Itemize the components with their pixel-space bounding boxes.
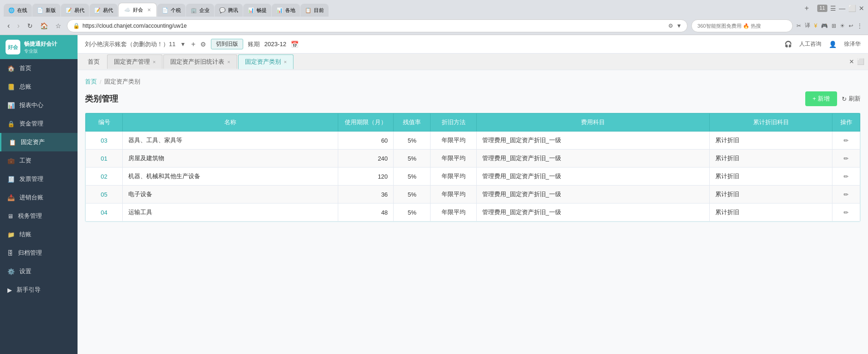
cell-name: 电子设备 xyxy=(123,186,338,204)
breadcrumb-home[interactable]: 首页 xyxy=(85,78,97,86)
cell-expense: 管理费用_固定资产折旧_一级 xyxy=(477,186,710,204)
table-row: 02 机器、机械和其他生产设备 120 5% 年限平均 管理费用_固定资产折旧_… xyxy=(86,168,860,186)
table-row: 03 器具、工具、家具等 60 5% 年限平均 管理费用_固定资产折旧_一级 累… xyxy=(86,132,860,150)
cell-name: 机器、机械和其他生产设备 xyxy=(123,168,338,186)
cell-name: 房屋及建筑物 xyxy=(123,150,338,168)
sidebar-item-label: 发票管理 xyxy=(19,175,43,183)
browser-tab[interactable]: 💬 腾讯 xyxy=(215,4,243,17)
tab-close-icon[interactable]: × xyxy=(284,59,287,65)
tab-depreciation-report[interactable]: 固定资产折旧统计表 × xyxy=(163,54,237,69)
sidebar-item-fixed-assets[interactable]: 📋 固定资产 xyxy=(0,133,78,151)
sidebar-item-home[interactable]: 🏠 首页 xyxy=(0,59,78,78)
tab-window-close-button[interactable]: ✕ xyxy=(849,58,854,65)
cell-depreciation: 累计折旧 xyxy=(710,168,832,186)
sidebar-item-settings[interactable]: ⚙️ 设置 xyxy=(0,262,78,281)
topbar: 刘小艳演示账套（勿删勿动！）11 ▼ + ⚙ 切到旧版 账期 2023-12 📅… xyxy=(78,35,868,54)
cut-icon[interactable]: ✂ xyxy=(796,23,801,29)
home-icon: 🏠 xyxy=(7,65,15,72)
col-header-code: 编号 xyxy=(86,114,123,132)
window-minimize-icon[interactable]: — xyxy=(839,5,845,12)
expand-user-button[interactable]: ▼ xyxy=(180,41,186,48)
refresh-table-button[interactable]: ↻ 刷新 xyxy=(842,95,861,103)
cell-code[interactable]: 03 xyxy=(86,132,123,150)
cell-method: 年限平均 xyxy=(431,186,477,204)
sidebar-item-reports[interactable]: 📊 报表中心 xyxy=(0,96,78,114)
topbar-user: 刘小艳演示账套（勿删勿动！）11 xyxy=(85,40,175,48)
cell-edit[interactable]: ✏ xyxy=(832,132,860,150)
tab-window-maximize-button[interactable]: ⬜ xyxy=(857,58,864,65)
tab-close-icon[interactable]: × xyxy=(227,59,230,65)
col-header-rate: 残值率 xyxy=(394,114,431,132)
window-close-icon[interactable]: ✕ xyxy=(859,5,864,12)
more-icon[interactable]: ⋮ xyxy=(857,23,862,29)
cell-code[interactable]: 05 xyxy=(86,186,123,204)
cell-edit[interactable]: ✏ xyxy=(832,204,860,222)
sidebar-item-archive[interactable]: 🗄 归档管理 xyxy=(0,244,78,262)
browser-chrome: 🌐 在线 📄 新版 📝 易代 📝 易代 ☁️ 好会 ✕ 📄 个税 🏢 企业 xyxy=(0,0,868,17)
settings-account-button[interactable]: ⚙ xyxy=(200,41,206,48)
window-maximize-icon[interactable]: ⬜ xyxy=(848,5,856,12)
browser-tab[interactable]: 🌐 在线 xyxy=(4,4,32,17)
cell-edit[interactable]: ✏ xyxy=(832,168,860,186)
cell-edit[interactable]: ✏ xyxy=(832,186,860,204)
browser-tab[interactable]: 📝 易代 xyxy=(61,4,89,17)
cell-method: 年限平均 xyxy=(431,150,477,168)
undo-icon[interactable]: ↩ xyxy=(849,23,853,29)
sidebar-item-payroll[interactable]: 💼 工资 xyxy=(0,151,78,170)
game-icon[interactable]: 🎮 xyxy=(821,23,828,29)
browser-tab[interactable]: 📝 易代 xyxy=(90,4,118,17)
tab-add-button[interactable]: + xyxy=(801,2,812,14)
tab-close-icon[interactable]: × xyxy=(153,59,156,65)
sidebar-item-close-period[interactable]: 📁 结账 xyxy=(0,225,78,244)
cell-depreciation: 累计折旧 xyxy=(710,186,832,204)
sidebar-item-invoice[interactable]: 🧾 发票管理 xyxy=(0,170,78,188)
grid-icon[interactable]: ⊞ xyxy=(832,23,836,29)
sun-icon[interactable]: ☀ xyxy=(840,23,845,29)
browser-tab[interactable]: 📄 新版 xyxy=(32,4,60,17)
tab-fixed-assets-category[interactable]: 固定资产类别 × xyxy=(238,54,293,69)
browser-tab[interactable]: 📊 畅提 xyxy=(243,4,271,17)
site-settings-icon[interactable]: ⚙ xyxy=(668,23,673,29)
sidebar-item-tax[interactable]: 🖥 税务管理 xyxy=(0,207,78,225)
current-user-label[interactable]: 徐泽华 xyxy=(844,40,861,48)
browser-tab[interactable]: 📋 目前 xyxy=(300,4,329,17)
address-input[interactable] xyxy=(83,23,666,29)
cell-edit[interactable]: ✏ xyxy=(832,150,860,168)
search-input[interactable] xyxy=(691,19,793,32)
expand-icon[interactable]: ▼ xyxy=(676,23,682,29)
cell-code[interactable]: 01 xyxy=(86,150,123,168)
tab-fixed-assets-mgmt[interactable]: 固定资产管理 × xyxy=(107,54,162,69)
browser-tab-active[interactable]: ☁️ 好会 ✕ xyxy=(118,3,157,17)
coupon-icon[interactable]: ¥ xyxy=(814,23,817,29)
forward-button[interactable]: › xyxy=(15,20,21,32)
translate-icon[interactable]: 译 xyxy=(805,22,810,30)
tab-close-icon[interactable]: ✕ xyxy=(147,7,151,12)
invoice-icon: 🧾 xyxy=(7,176,15,183)
sidebar-item-funds[interactable]: 🔒 资金管理 xyxy=(0,114,78,133)
cell-period: 48 xyxy=(338,204,394,222)
calendar-icon[interactable]: 📅 xyxy=(291,41,299,48)
sidebar-item-guide[interactable]: ▶ 新手引导 xyxy=(0,281,78,299)
switch-old-version-button[interactable]: 切到旧版 xyxy=(211,39,243,49)
home-button[interactable]: 🏠 xyxy=(38,20,50,31)
refresh-button[interactable]: ↻ xyxy=(25,20,35,31)
add-account-button[interactable]: + xyxy=(191,40,195,48)
customer-service-label[interactable]: 人工咨询 xyxy=(799,40,821,48)
add-button[interactable]: + 新增 xyxy=(805,91,837,106)
back-button[interactable]: ‹ xyxy=(6,20,12,32)
browser-tab[interactable]: 🏢 企业 xyxy=(186,4,214,17)
breadcrumb-category: 固定资产类别 xyxy=(104,78,140,86)
sidebar-item-inventory[interactable]: 📥 进销台账 xyxy=(0,188,78,207)
bookmark-button[interactable]: ☆ xyxy=(54,20,63,31)
cell-code[interactable]: 04 xyxy=(86,204,123,222)
logo-sub: 专业版 xyxy=(24,48,57,54)
sidebar-item-ledger[interactable]: 📒 总账 xyxy=(0,78,78,96)
cell-method: 年限平均 xyxy=(431,168,477,186)
cell-code[interactable]: 02 xyxy=(86,168,123,186)
fixed-assets-icon: 📋 xyxy=(9,139,16,146)
table-row: 04 运输工具 48 5% 年限平均 管理费用_固定资产折旧_一级 累计折旧 ✏ xyxy=(86,204,860,222)
tab-menu-icon[interactable]: ☰ xyxy=(830,5,836,12)
tab-home[interactable]: 首页 xyxy=(81,55,106,69)
browser-tab[interactable]: 📄 个税 xyxy=(157,4,186,17)
browser-tab[interactable]: 📊 各地 xyxy=(272,4,300,17)
